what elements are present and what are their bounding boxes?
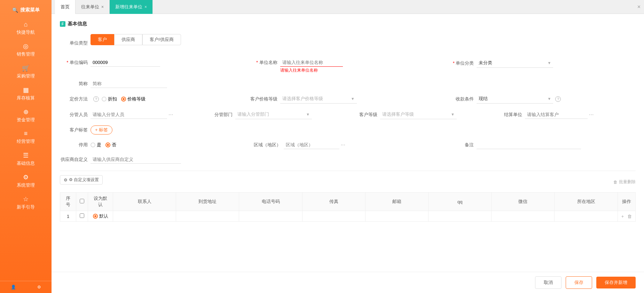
add-row-icon[interactable]: + (621, 214, 624, 219)
short-name-input[interactable] (91, 80, 167, 88)
form-area: F 基本信息 单位类型 客户 供应商 客户/供应商 单位编码 单位名称 (52, 14, 644, 272)
sidebar-item-operations[interactable]: ≡ 经营管理 (0, 127, 52, 148)
search-menu-item[interactable]: 🔍 搜索菜单 (0, 3, 52, 17)
disabled-yes-radio[interactable]: 是 (91, 142, 101, 148)
tab-partner[interactable]: 往来单位 × (76, 0, 110, 14)
save-button[interactable]: 保存 (566, 276, 592, 289)
customer-level-select[interactable]: 请选择客户等级 ▼ (380, 110, 457, 119)
unit-name-input[interactable] (280, 58, 343, 67)
tab-partner-close[interactable]: × (101, 5, 104, 9)
unit-code-input[interactable] (91, 58, 160, 67)
short-name-field: 简称 (60, 80, 636, 88)
sales-icon: ◎ (23, 42, 29, 50)
global-close-icon[interactable]: × (637, 4, 641, 10)
disabled-no-label: 否 (112, 142, 116, 148)
customer-price-select[interactable]: 请选择客户价格等级 ▼ (280, 94, 357, 104)
payment-help-icon[interactable]: ? (555, 96, 561, 102)
unit-type-field: 单位类型 客户 供应商 客户/供应商 (60, 34, 636, 52)
save-new-button[interactable]: 保存并新增 (596, 277, 636, 288)
disabled-yes-circle (91, 143, 95, 147)
sidebar-item-guide[interactable]: ☆ 新手引导 (0, 192, 52, 214)
address-input[interactable] (180, 214, 235, 219)
batch-delete-btn[interactable]: 🗑 批量删除 (613, 179, 636, 185)
sidebar-item-purchase[interactable]: 🛒 采购管理 (0, 61, 52, 83)
wechat-input[interactable] (495, 214, 551, 219)
cell-phone[interactable] (239, 211, 302, 222)
region-input[interactable] (284, 141, 339, 149)
row-checkbox[interactable] (80, 213, 84, 218)
sidebar-item-inventory[interactable]: ▦ 库存核算 (0, 83, 52, 105)
select-all-checkbox[interactable] (80, 199, 84, 203)
sidebar-user[interactable]: 👤 (11, 285, 16, 290)
manager-input[interactable] (91, 111, 167, 119)
sidebar-settings[interactable]: ⚙ (37, 285, 41, 290)
type-buttons-group: 客户 供应商 客户/供应商 (91, 34, 181, 45)
search-icon: 🔍 (12, 7, 18, 13)
sidebar-item-sales[interactable]: ◎ 销售管理 (0, 39, 52, 61)
pricing-help-icon[interactable]: ? (93, 96, 99, 102)
cell-fax[interactable] (302, 211, 365, 222)
tab-new-partner[interactable]: 新增往来单位 × (110, 0, 153, 14)
supplier-custom-input[interactable] (91, 155, 181, 164)
sidebar-label-finance: 资金管理 (17, 117, 35, 123)
default-radio[interactable]: 默认 (92, 213, 109, 219)
region-input2[interactable] (558, 214, 614, 219)
price-level-radio-circle (121, 97, 126, 101)
tab-home[interactable]: 首页 (55, 0, 76, 14)
customer-price-field: 客户价格等级 请选择客户价格等级 ▼ (250, 94, 439, 104)
tab-new-partner-close[interactable]: × (144, 5, 147, 9)
cell-region[interactable] (555, 211, 618, 222)
sidebar-item-finance[interactable]: ⊕ 资金管理 (0, 105, 52, 127)
settlement-input[interactable] (525, 111, 588, 119)
type-btn-both[interactable]: 客户/供应商 (142, 34, 181, 45)
manager-more-btn[interactable]: ··· (168, 112, 173, 118)
sidebar-label-system: 系统管理 (17, 182, 35, 188)
sidebar-item-system[interactable]: ⚙ 系统管理 (0, 170, 52, 192)
disabled-no-radio[interactable]: 否 (105, 142, 116, 148)
section-title-icon: F (60, 21, 65, 27)
cell-address[interactable] (176, 211, 239, 222)
sidebar-item-quick-nav[interactable]: ⌂ 快捷导航 (0, 17, 52, 39)
remark-field: 备注 (446, 141, 636, 149)
sidebar-label-operations: 经营管理 (17, 138, 35, 145)
remark-input[interactable] (477, 141, 581, 149)
supplier-custom-label: 供应商自定义 (60, 156, 88, 163)
disabled-field: 停用 是 否 (60, 142, 250, 148)
customer-tag-label: 客户标签 (60, 127, 88, 133)
payment-terms-select[interactable]: 现结 ▼ (477, 94, 553, 104)
cell-contact[interactable] (113, 211, 176, 222)
price-level-radio[interactable]: 价格等级 (121, 96, 146, 102)
cell-wechat[interactable] (492, 211, 555, 222)
add-tag-button[interactable]: + 标签 (91, 125, 112, 135)
qq-input[interactable] (432, 214, 488, 219)
sidebar-item-basics[interactable]: ☰ 基础信息 (0, 148, 52, 170)
dept-placeholder: 请输入分管部门 (237, 111, 269, 117)
type-btn-supplier[interactable]: 供应商 (114, 34, 142, 45)
col-email: 邮箱 (365, 193, 428, 211)
cell-qq[interactable] (429, 211, 492, 222)
cell-check[interactable] (76, 211, 88, 222)
contact-input[interactable] (117, 214, 172, 219)
footer: 取消 保存 保存并新增 (52, 272, 644, 293)
cancel-button[interactable]: 取消 (535, 276, 561, 289)
phone-input[interactable] (243, 214, 298, 219)
tag-btn-label: + 标签 (95, 127, 108, 133)
cell-action[interactable]: + 🗑 (618, 211, 635, 222)
payment-terms-value: 现结 (479, 96, 488, 102)
region-more-btn[interactable]: ··· (341, 142, 345, 148)
custom-settings-btn[interactable]: ⚙ ⚙ 自定义项设置 (60, 175, 103, 185)
batch-delete-label: 批量删除 (619, 179, 636, 185)
type-btn-customer[interactable]: 客户 (91, 34, 114, 45)
settlement-more-btn[interactable]: ··· (589, 112, 594, 118)
cell-email[interactable] (365, 211, 428, 222)
dept-select[interactable]: 请输入分管部门 ▼ (235, 110, 312, 119)
unit-category-select[interactable]: 未分类 ▼ (477, 58, 553, 68)
custom-settings-label: ⚙ 自定义项设置 (69, 177, 99, 183)
email-input[interactable] (369, 214, 425, 219)
delete-row-icon[interactable]: 🗑 (627, 214, 632, 219)
fax-input[interactable] (306, 214, 362, 219)
cell-default[interactable]: 默认 (88, 211, 113, 222)
sidebar-label-inventory: 库存核算 (17, 95, 35, 101)
disabled-yes-label: 是 (97, 142, 101, 148)
discount-radio[interactable]: 折扣 (102, 96, 117, 102)
